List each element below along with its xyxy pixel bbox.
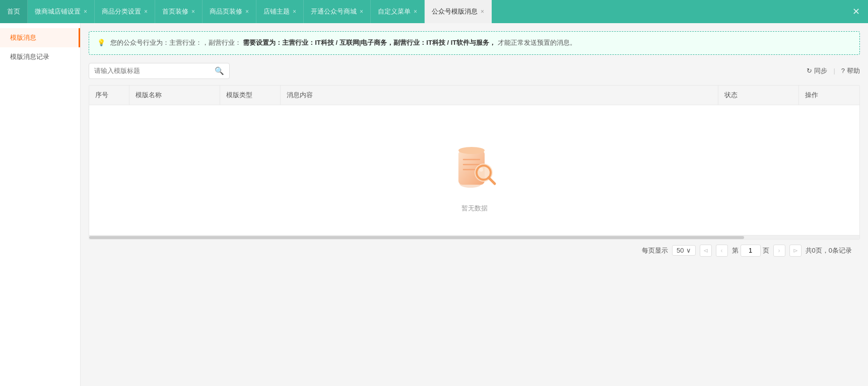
tab-home-decoration[interactable]: 首页装修 × [155,0,203,23]
next-page-button[interactable]: › [773,245,785,257]
notice-highlight: 需要设置为：主营行业：IT科技 / 互联网|电子商务，副营行业：IT科技 / I… [243,39,496,46]
tab-custom-menu-label: 自定义菜单 [378,7,411,16]
content-area: 💡 您的公众号行业为：主营行业：，副营行业： 需要设置为：主营行业：IT科技 /… [81,23,868,386]
tab-custom-menu[interactable]: 自定义菜单 × [371,0,425,23]
chevron-down-icon: ∨ [686,247,691,254]
total-info: 共0页，0条记录 [806,246,852,255]
th-index: 序号 [89,86,129,105]
sidebar-item-template-message-label: 模版消息 [10,34,36,41]
th-action: 操作 [799,86,859,105]
tab-category-settings-label: 商品分类设置 [102,7,141,16]
tab-store-theme[interactable]: 店铺主题 × [256,0,304,23]
search-icon[interactable]: 🔍 [215,66,224,75]
last-page-button[interactable]: ⊳ [789,245,802,257]
close-icon[interactable]: × [191,8,195,15]
sync-label: 同步 [814,66,827,75]
tab-home-label: 首页 [7,7,20,16]
empty-illustration [444,135,505,196]
close-icon[interactable]: × [144,8,148,15]
search-input[interactable] [94,67,215,74]
close-icon[interactable]: × [481,8,484,15]
notice-prefix: 您的公众号行业为：主营行业：，副营行业： [110,39,241,46]
pagination: 每页显示 50 ∨ ⊲ ‹ 第 页 › ⊳ 共0页，0条记录 [89,240,860,262]
tab-wshop-settings[interactable]: 微商城店铺设置 × [28,0,95,23]
table-header: 序号 模版名称 模版类型 消息内容 状态 操作 [89,86,859,105]
empty-state: 暂无数据 [89,105,859,233]
tab-wshop-settings-label: 微商城店铺设置 [35,7,81,16]
th-content: 消息内容 [281,86,718,105]
search-input-wrap[interactable]: 🔍 [89,63,230,79]
tab-template-message-label: 公众号模版消息 [432,7,478,16]
per-page-select[interactable]: 50 ∨ [672,245,695,256]
sidebar-item-template-message[interactable]: 模版消息 [0,28,80,47]
help-label: 帮助 [847,66,860,75]
per-page-label: 每页显示 [642,246,668,255]
tab-home-decoration-label: 首页装修 [162,7,188,16]
tab-open-wechat-mall-label: 开通公众号商城 [311,7,357,16]
per-page-value: 50 [677,247,684,254]
tab-open-wechat-mall[interactable]: 开通公众号商城 × [304,0,371,23]
th-name: 模版名称 [129,86,220,105]
data-table: 序号 模版名称 模版类型 消息内容 状态 操作 [89,85,860,240]
sync-button[interactable]: ↻ 同步 [807,66,827,75]
sidebar-item-template-message-records-label: 模版消息记录 [10,53,49,60]
svg-line-9 [489,178,495,184]
tab-category-settings[interactable]: 商品分类设置 × [95,0,155,23]
close-icon[interactable]: × [84,8,87,15]
svg-point-6 [458,147,485,154]
tab-home[interactable]: 首页 [0,0,28,23]
page-number-input[interactable] [741,245,761,257]
tab-product-decoration-label: 商品页装修 [210,7,242,16]
sidebar-item-template-message-records[interactable]: 模版消息记录 [0,47,80,66]
help-icon: ? [841,67,845,74]
tab-product-decoration[interactable]: 商品页装修 × [203,0,256,23]
close-all-button[interactable]: ✕ [844,6,868,17]
notice-box: 💡 您的公众号行业为：主营行业：，副营行业： 需要设置为：主营行业：IT科技 /… [89,31,860,55]
svg-point-10 [479,168,483,172]
close-all-icon: ✕ [852,7,860,17]
first-page-button[interactable]: ⊲ [700,245,712,257]
search-actions: ↻ 同步 | ? 帮助 [807,66,860,75]
top-nav: 首页 微商城店铺设置 × 商品分类设置 × 首页装修 × 商品页装修 × 店铺主… [0,0,868,23]
page-suffix: 页 [763,246,769,255]
sync-icon: ↻ [807,67,812,74]
th-type: 模版类型 [220,86,281,105]
close-icon[interactable]: × [360,8,363,15]
close-icon[interactable]: × [293,8,296,15]
page-input-wrap: 第 页 [732,245,769,257]
sidebar: 模版消息 模版消息记录 [0,23,81,386]
page-label: 第 [732,246,739,255]
scrollbar-thumb[interactable] [89,236,744,239]
scrollbar-track[interactable] [89,235,859,239]
notice-suffix: 才能正常发送预置的消息。 [498,39,576,46]
main-layout: 模版消息 模版消息记录 💡 您的公众号行业为：主营行业：，副营行业： 需要设置为… [0,23,868,386]
tab-store-theme-label: 店铺主题 [263,7,290,16]
prev-page-button[interactable]: ‹ [716,245,728,257]
help-button[interactable]: ? 帮助 [841,66,860,75]
search-bar: 🔍 ↻ 同步 | ? 帮助 [89,63,860,79]
notice-icon: 💡 [97,39,105,46]
tab-template-message[interactable]: 公众号模版消息 × [425,0,492,23]
empty-text: 暂无数据 [461,204,488,213]
divider: | [833,67,835,74]
th-status: 状态 [718,86,799,105]
close-icon[interactable]: × [245,8,249,15]
close-icon[interactable]: × [414,8,417,15]
